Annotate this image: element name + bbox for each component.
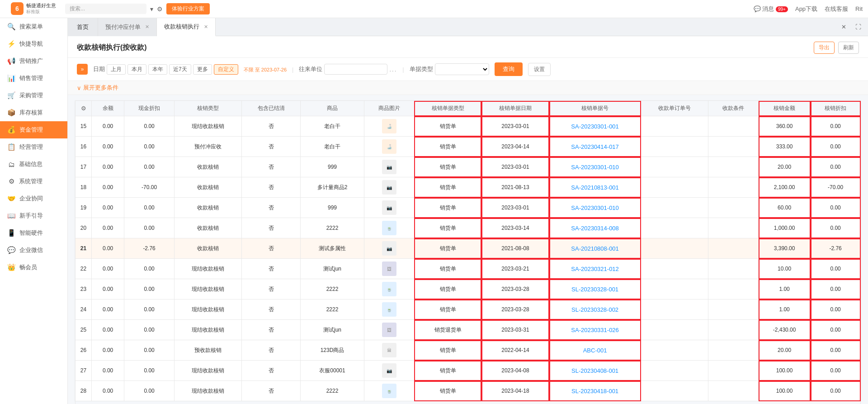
filter-expand-btn[interactable]: » <box>77 64 88 75</box>
sidebar-item-operation[interactable]: 📋 经营管理 <box>0 138 67 156</box>
search-btn[interactable]: 查询 <box>495 62 523 76</box>
tab-home[interactable]: 首页 <box>68 18 98 36</box>
sidebar-item-system[interactable]: ⚙ 系统管理 <box>0 173 67 190</box>
td-verify-discount: 0.00 <box>811 320 861 340</box>
sidebar-label: 搜索菜单 <box>19 23 43 31</box>
td-verify-type: 收款核销 <box>174 177 241 198</box>
sidebar-item-quick-nav[interactable]: ⚡ 快捷导航 <box>0 35 67 52</box>
sidebar-label: 基础信息 <box>19 160 42 168</box>
th-is-cleared: 包含已结清 <box>242 101 301 116</box>
goods-thumbnail: 📷 <box>382 241 396 256</box>
tab-prepay-close[interactable]: ✕ <box>145 24 149 30</box>
box-icon: 📦 <box>7 109 16 117</box>
td-bill-no: SL-20230328-001 <box>549 279 641 299</box>
td-is-cleared: 否 <box>242 198 301 218</box>
bill-no-link[interactable]: SA-20230301-001 <box>571 123 619 130</box>
industry-btn[interactable]: 体验行业方案 <box>166 3 210 14</box>
bill-no-link[interactable]: SA-20230414-017 <box>571 143 619 150</box>
td-is-cleared: 否 <box>242 218 301 238</box>
filter-partner-input[interactable] <box>324 64 387 75</box>
td-bill-type: 销货单 <box>414 116 481 137</box>
td-index: 22 <box>75 259 92 279</box>
bill-no-link[interactable]: SA-20210808-001 <box>571 245 619 252</box>
app-download-btn[interactable]: App下载 <box>795 5 817 13</box>
bill-no-link[interactable]: SA-20230301-010 <box>571 164 619 171</box>
table-head: ⚙ 余额 现金折扣 核销类型 包含已结清 商品 商品图片 核销单据类型 核销单据… <box>75 101 861 116</box>
refresh-btn[interactable]: 刷新 <box>838 42 859 54</box>
bill-no-link[interactable]: SA-20230331-026 <box>571 327 619 333</box>
sidebar-item-sales[interactable]: 📊 销售管理 <box>0 70 67 87</box>
sidebar-item-hardware[interactable]: 📱 智能硬件 <box>0 224 67 242</box>
crown-icon: 👑 <box>7 263 16 271</box>
sidebar-item-inventory[interactable]: 📦 库存核算 <box>0 104 67 121</box>
sidebar-item-marketing[interactable]: 📢 营销推广 <box>0 52 67 70</box>
bill-no-link[interactable]: SL-20230408-001 <box>571 367 618 374</box>
expand-more-btn[interactable]: ∨ 展开更多条件 <box>77 84 118 92</box>
td-balance: 0.00 <box>92 340 124 361</box>
filter-date-more[interactable]: 更多 <box>193 64 212 75</box>
td-receipt-condition <box>708 361 759 381</box>
bill-no-link[interactable]: ABC-001 <box>583 347 607 354</box>
th-balance: 余额 <box>92 101 124 116</box>
td-verify-amount: 100.00 <box>759 381 811 401</box>
td-receipt-condition <box>708 340 759 361</box>
td-balance: 0.00 <box>92 218 124 238</box>
column-settings-icon[interactable]: ⚙ <box>81 105 86 112</box>
sidebar-item-basic[interactable]: 🗂 基础信息 <box>0 156 67 173</box>
sidebar-label: 系统管理 <box>19 177 42 185</box>
tab-prepay[interactable]: 预付冲应付单 ✕ <box>98 18 157 36</box>
filter-date-custom[interactable]: 自定义 <box>214 64 238 75</box>
sidebar-item-enterprise[interactable]: 🤝 企业协同 <box>0 190 67 207</box>
td-index: 17 <box>75 157 92 177</box>
bill-no-link[interactable]: SA-20210813-001 <box>571 184 619 191</box>
money-icon: 💰 <box>7 126 16 134</box>
td-bill-date: 2023-04-14 <box>481 137 549 157</box>
goods-thumbnail: 📷 <box>382 160 396 174</box>
online-service-btn[interactable]: 在线客服 <box>825 5 848 13</box>
td-bill-no: SL-20230328-002 <box>549 299 641 320</box>
user-name[interactable]: Rit <box>855 5 863 12</box>
td-bill-date: 2023-03-01 <box>481 157 549 177</box>
sidebar-item-purchase[interactable]: 🛒 采购管理 <box>0 87 67 104</box>
sidebar-item-wechat[interactable]: 💬 企业微信 <box>0 242 67 259</box>
td-index: 23 <box>75 279 92 299</box>
sidebar-item-capital[interactable]: 💰 资金管理 <box>0 121 67 138</box>
filter-date-this-month[interactable]: 本月 <box>127 64 146 75</box>
td-verify-amount: 360.00 <box>759 116 811 137</box>
td-goods: 衣服00001 <box>301 361 364 381</box>
tab-bar-right: ✕ ⛶ <box>834 18 868 36</box>
bill-no-link[interactable]: SA-20230301-010 <box>571 204 619 211</box>
th-receipt-condition: 收款条件 <box>708 101 759 116</box>
td-bill-no: SA-20210808-001 <box>549 238 641 259</box>
export-btn[interactable]: 导出 <box>814 42 835 54</box>
filter-date-last-month[interactable]: 上月 <box>107 64 126 75</box>
bill-no-link[interactable]: SL-20230328-001 <box>571 286 618 293</box>
td-bill-date: 2021-08-08 <box>481 238 549 259</box>
sidebar-item-search-menu[interactable]: 🔍 搜索菜单 <box>0 18 67 35</box>
bill-no-link[interactable]: SL-20230328-002 <box>571 306 618 313</box>
td-receipt-order-no <box>641 340 708 361</box>
top-search-box[interactable]: 搜索... <box>65 4 146 14</box>
filter-settings-btn[interactable]: 设置 <box>528 63 551 76</box>
td-receipt-order-no <box>641 116 708 137</box>
message-btn[interactable]: 💬 消息 99+ <box>754 5 788 13</box>
filter-date-7days[interactable]: 近7天 <box>169 64 191 75</box>
filter-date-this-year[interactable]: 本年 <box>148 64 167 75</box>
goods-thumbnail: 🍶 <box>382 119 396 133</box>
td-verify-type: 收款核销 <box>174 238 241 259</box>
bill-no-link[interactable]: SA-20230321-012 <box>571 266 619 272</box>
tab-receipt-verify-close[interactable]: ✕ <box>204 24 208 30</box>
tab-close-window-btn[interactable]: ✕ <box>837 21 850 33</box>
sidebar-label: 销售管理 <box>19 74 43 82</box>
tab-receipt-verify[interactable]: 收款核销执行 ✕ <box>157 18 216 36</box>
bill-no-link[interactable]: SL-20230418-001 <box>571 388 618 394</box>
filter-receipt-type-select[interactable] <box>435 63 489 75</box>
tab-maximize-btn[interactable]: ⛶ <box>852 21 864 33</box>
td-goods-image: 📷 <box>364 198 414 218</box>
gear-icon[interactable]: ⚙ <box>157 5 163 13</box>
bill-no-link[interactable]: SA-20230314-008 <box>571 225 619 232</box>
sidebar-item-guide[interactable]: 📖 新手引导 <box>0 207 67 224</box>
td-goods-image: 🍵 <box>364 279 414 299</box>
sidebar-item-member[interactable]: 👑 畅会员 <box>0 259 67 276</box>
chevron-down-icon: ▾ <box>150 5 153 13</box>
